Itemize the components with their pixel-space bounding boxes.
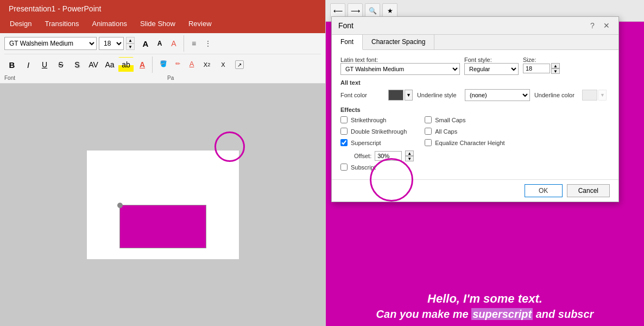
latin-font-select[interactable]: GT Walsheim Medium (340, 63, 460, 75)
effects-right: Small Caps All Caps Equalize Character H… (425, 116, 504, 173)
dialog-title: Font (338, 21, 353, 30)
slide-text-after: and subscr (533, 308, 594, 320)
latin-font-group: Latin text font: GT Walsheim Medium (340, 57, 460, 75)
app-title: Presentation1 - PowerPoint (9, 4, 101, 13)
line-color-btn[interactable]: ✏ (171, 57, 184, 70)
font-fields-row: Latin text font: GT Walsheim Medium Font… (340, 57, 610, 75)
subscript-checkbox[interactable] (340, 164, 348, 171)
strikethrough-btn[interactable]: S (53, 57, 68, 72)
tab-font[interactable]: Font (332, 35, 363, 50)
menu-design[interactable]: Design (4, 17, 37, 30)
font-size-spin-up[interactable]: ▲ (551, 63, 560, 68)
underline-style-select[interactable]: (none) (465, 89, 530, 101)
font-style-group: Font style: Regular (464, 57, 519, 75)
offset-row: Offset: ▲ ▼ (340, 151, 414, 161)
change-case-btn[interactable]: Aa (102, 57, 117, 72)
dialog-tabs: Font Character Spacing (332, 35, 618, 50)
cancel-button[interactable]: Cancel (567, 184, 610, 197)
font-group-label: Font (4, 74, 15, 81)
ok-button[interactable]: OK (525, 184, 563, 197)
all-text-row: Font color ▼ Underline style (none) Unde… (340, 89, 610, 101)
all-caps-label: All Caps (435, 128, 457, 135)
font-dialog-launcher[interactable]: ↗ (235, 60, 244, 69)
font-size-input[interactable] (523, 64, 550, 73)
all-caps-row: All Caps (425, 128, 504, 135)
subscript-label: Subscript (351, 164, 376, 171)
tab-character-spacing[interactable]: Character Spacing (363, 35, 434, 49)
numbering-btn[interactable]: ⋮ (201, 37, 214, 50)
font-color-small-btn[interactable]: A (185, 57, 198, 70)
equalize-checkbox[interactable] (425, 139, 432, 146)
underline-style-label: Underline style (417, 92, 460, 98)
font-color-swatch[interactable] (388, 90, 403, 101)
slide-text-before: Can you make me (376, 308, 472, 320)
strikethrough-row: Strikethrough (340, 116, 414, 123)
strikethrough-checkbox[interactable] (340, 116, 348, 123)
dialog-help-btn[interactable]: ? (587, 20, 598, 31)
italic-btn[interactable]: I (21, 57, 36, 72)
equalize-row: Equalize Character Height (425, 139, 504, 146)
font-size-select[interactable]: 18 (99, 37, 124, 50)
equalize-label: Equalize Character Height (435, 140, 504, 146)
menu-slideshow[interactable]: Slide Show (135, 17, 181, 30)
separator2 (152, 57, 153, 73)
font-size-increase[interactable]: ▲ (126, 37, 135, 43)
font-size-decrease[interactable]: ▼ (126, 43, 135, 50)
highlight-btn[interactable]: ab (118, 57, 134, 72)
shadow-btn[interactable]: S (70, 57, 85, 72)
all-caps-checkbox[interactable] (425, 128, 432, 135)
superscript-label: Superscript (351, 140, 381, 146)
font-size-spin-down[interactable]: ▼ (551, 68, 560, 74)
ribbon-row1: GT Walsheim Medium 18 ▲ ▼ A A A ≡ ⋮ (4, 35, 321, 54)
double-strikethrough-row: Double Strikethrough (340, 128, 414, 135)
slide-magenta-box (119, 205, 206, 248)
menu-animations[interactable]: Animations (87, 17, 132, 30)
canvas-area (0, 84, 325, 326)
effects-left: Strikethrough Double Strikethrough Super… (340, 116, 414, 173)
offset-spin-down[interactable]: ▼ (405, 156, 414, 161)
small-caps-checkbox[interactable] (425, 116, 432, 123)
shrink-font-btn[interactable]: A (153, 37, 166, 50)
font-dialog: Font ? ✕ Font Character Spacing Latin te… (331, 16, 619, 202)
character-spacing-btn[interactable]: AV (86, 57, 101, 72)
all-text-label: All text (340, 79, 610, 86)
menu-bar: Design Transitions Animations Slide Show… (0, 17, 325, 33)
latin-font-label: Latin text font: (340, 57, 460, 63)
superscript-btn[interactable]: X (216, 57, 231, 72)
underline-color-swatch[interactable] (582, 90, 597, 101)
effects-label: Effects (340, 106, 610, 113)
font-name-select[interactable]: GT Walsheim Medium (4, 37, 97, 50)
menu-transitions[interactable]: Transitions (39, 17, 84, 30)
ribbon: GT Walsheim Medium 18 ▲ ▼ A A A ≡ ⋮ B (0, 33, 325, 84)
bold-btn[interactable]: B (4, 57, 20, 72)
dialog-footer: OK Cancel (332, 179, 618, 202)
font-style-select[interactable]: Regular (464, 63, 519, 75)
font-color-control: ▼ (388, 90, 413, 101)
strikethrough-label: Strikethrough (351, 117, 386, 123)
offset-input[interactable] (375, 151, 402, 161)
bullets-btn[interactable]: ≡ (187, 37, 200, 50)
double-strikethrough-checkbox[interactable] (340, 128, 348, 135)
clear-format-btn[interactable]: A (167, 37, 180, 50)
font-size-spinner: ▲ ▼ (551, 63, 560, 74)
subscript-btn[interactable]: X2 (199, 57, 214, 72)
font-size-group: Size: ▲ ▼ (523, 57, 566, 75)
left-panel: Presentation1 - PowerPoint Design Transi… (0, 0, 326, 326)
dialog-close-btn[interactable]: ✕ (601, 20, 612, 31)
font-color-label: Font color (340, 92, 384, 98)
dialog-titlebar: Font ? ✕ (332, 17, 618, 35)
dialog-controls: ? ✕ (587, 20, 612, 31)
resize-handle[interactable] (117, 203, 123, 208)
ribbon-row2: B I U S S AV Aa ab A 🪣 ✏ A X2 X ↗ (4, 54, 321, 73)
offset-spin-up[interactable]: ▲ (405, 151, 414, 156)
underline-btn[interactable]: U (37, 57, 52, 72)
font-color-btn[interactable]: A (135, 57, 150, 72)
fill-color-btn[interactable]: 🪣 (157, 57, 170, 70)
underline-color-dropdown[interactable]: ▼ (598, 90, 607, 101)
offset-spinner: ▲ ▼ (405, 151, 414, 161)
menu-review[interactable]: Review (183, 17, 217, 30)
grow-font-btn[interactable]: A (139, 37, 152, 50)
font-color-dropdown[interactable]: ▼ (405, 90, 413, 101)
superscript-checkbox[interactable] (340, 139, 348, 146)
effects-grid: Strikethrough Double Strikethrough Super… (340, 116, 610, 173)
